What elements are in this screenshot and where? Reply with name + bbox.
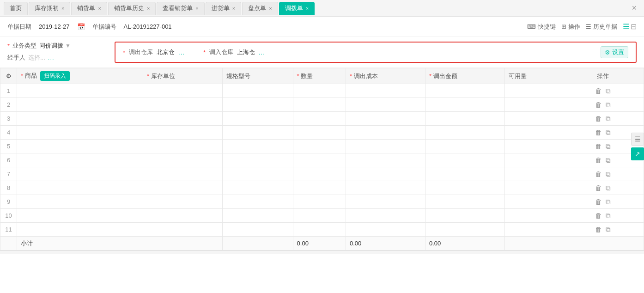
delete-icon[interactable]: 🗑 xyxy=(595,184,602,192)
cell-cost[interactable] xyxy=(346,209,425,223)
delete-icon[interactable]: 🗑 xyxy=(595,128,602,136)
cell-amount[interactable] xyxy=(425,84,504,98)
cell-spec[interactable] xyxy=(222,195,293,209)
cell-unit[interactable] xyxy=(143,126,222,140)
side-export-btn[interactable]: ↗ xyxy=(631,147,644,160)
copy-icon[interactable]: ⧉ xyxy=(606,170,611,178)
cell-cost[interactable] xyxy=(346,98,425,112)
tab-stocktake[interactable]: 盘点单 × xyxy=(242,2,278,15)
tab-close-icon[interactable]: × xyxy=(98,6,101,11)
in-warehouse-more-btn[interactable]: ... xyxy=(259,49,265,56)
delete-icon[interactable]: 🗑 xyxy=(595,115,602,122)
cell-product[interactable] xyxy=(17,140,143,153)
cell-product[interactable] xyxy=(17,209,143,223)
handler-placeholder[interactable]: 选择... xyxy=(28,54,45,62)
cell-product[interactable] xyxy=(17,195,143,209)
delete-icon[interactable]: 🗑 xyxy=(595,198,602,206)
cell-cost[interactable] xyxy=(346,153,425,167)
cell-available[interactable] xyxy=(504,126,562,140)
copy-icon[interactable]: ⧉ xyxy=(606,156,611,164)
cell-amount[interactable] xyxy=(425,195,504,209)
cell-product[interactable] xyxy=(17,84,143,98)
tab-inventory-init[interactable]: 库存期初 × xyxy=(29,2,70,15)
tab-close-icon[interactable]: × xyxy=(195,6,198,11)
settings-button[interactable]: ⚙ 设置 xyxy=(601,46,628,58)
tab-purchase[interactable]: 进货单 × xyxy=(206,2,241,15)
calendar-icon[interactable]: 📅 xyxy=(77,23,85,31)
cell-available[interactable] xyxy=(504,223,562,237)
tab-close-icon[interactable]: × xyxy=(306,6,309,11)
shortcut-btn[interactable]: ⌨ 快捷键 xyxy=(527,23,556,31)
cell-amount[interactable] xyxy=(425,223,504,237)
cell-product[interactable] xyxy=(17,112,143,126)
cell-amount[interactable] xyxy=(425,181,504,195)
cell-available[interactable] xyxy=(504,98,562,112)
handler-more-btn[interactable]: ... xyxy=(48,55,55,61)
list-view-icon[interactable]: ☰ xyxy=(623,22,629,31)
tab-close-icon[interactable]: × xyxy=(147,6,150,11)
cell-amount[interactable] xyxy=(425,209,504,223)
cell-qty[interactable] xyxy=(293,195,346,209)
cell-qty[interactable] xyxy=(293,98,346,112)
copy-icon[interactable]: ⧉ xyxy=(606,226,611,233)
cell-amount[interactable] xyxy=(425,140,504,153)
business-type-dropdown[interactable]: 同价调拨 ▼ xyxy=(39,42,71,50)
tab-sales-order[interactable]: 销货单 × xyxy=(71,2,107,15)
cell-available[interactable] xyxy=(504,209,562,223)
cell-product[interactable] xyxy=(17,153,143,167)
copy-icon[interactable]: ⧉ xyxy=(606,184,611,192)
cell-spec[interactable] xyxy=(222,153,293,167)
delete-icon[interactable]: 🗑 xyxy=(595,156,602,164)
col-gear[interactable]: ⚙ xyxy=(0,68,17,84)
delete-icon[interactable]: 🗑 xyxy=(595,101,602,109)
delete-icon[interactable]: 🗑 xyxy=(595,170,602,178)
copy-icon[interactable]: ⧉ xyxy=(606,115,611,122)
copy-icon[interactable]: ⧉ xyxy=(606,142,611,150)
cell-spec[interactable] xyxy=(222,112,293,126)
cell-spec[interactable] xyxy=(222,209,293,223)
cell-cost[interactable] xyxy=(346,126,425,140)
cell-available[interactable] xyxy=(504,112,562,126)
cell-available[interactable] xyxy=(504,181,562,195)
cell-unit[interactable] xyxy=(143,195,222,209)
scan-btn[interactable]: 扫码录入 xyxy=(40,71,70,81)
cell-spec[interactable] xyxy=(222,98,293,112)
cell-cost[interactable] xyxy=(346,140,425,153)
cell-cost[interactable] xyxy=(346,167,425,181)
cell-amount[interactable] xyxy=(425,167,504,181)
out-warehouse-more-btn[interactable]: ... xyxy=(178,49,185,56)
in-warehouse-value[interactable]: 上海仓 xyxy=(237,48,255,56)
cell-unit[interactable] xyxy=(143,223,222,237)
cell-product[interactable] xyxy=(17,223,143,237)
cell-cost[interactable] xyxy=(346,112,425,126)
cell-product[interactable] xyxy=(17,181,143,195)
bottom-scrollbar[interactable] xyxy=(0,250,644,254)
tab-sales-history[interactable]: 销货单历史 × xyxy=(108,2,156,15)
cell-cost[interactable] xyxy=(346,84,425,98)
cell-qty[interactable] xyxy=(293,223,346,237)
cell-product[interactable] xyxy=(17,98,143,112)
cell-unit[interactable] xyxy=(143,181,222,195)
cell-available[interactable] xyxy=(504,140,562,153)
cell-spec[interactable] xyxy=(222,181,293,195)
tab-close-icon[interactable]: × xyxy=(269,6,272,11)
cell-qty[interactable] xyxy=(293,84,346,98)
cell-cost[interactable] xyxy=(346,181,425,195)
cell-amount[interactable] xyxy=(425,126,504,140)
side-list-btn[interactable]: ☰ xyxy=(631,133,644,146)
cell-unit[interactable] xyxy=(143,98,222,112)
grid-view-icon[interactable]: ⊟ xyxy=(631,22,637,31)
ops-btn[interactable]: ⊞ 操作 xyxy=(561,23,580,31)
copy-icon[interactable]: ⧉ xyxy=(606,87,611,95)
delete-icon[interactable]: 🗑 xyxy=(595,212,602,220)
copy-icon[interactable]: ⧉ xyxy=(606,212,611,220)
copy-icon[interactable]: ⧉ xyxy=(606,128,611,136)
cell-spec[interactable] xyxy=(222,167,293,181)
delete-icon[interactable]: 🗑 xyxy=(595,142,602,150)
tab-view-sales[interactable]: 查看销货单 × xyxy=(157,2,204,15)
cell-qty[interactable] xyxy=(293,112,346,126)
cell-available[interactable] xyxy=(504,195,562,209)
cell-unit[interactable] xyxy=(143,140,222,153)
cell-qty[interactable] xyxy=(293,167,346,181)
out-warehouse-value[interactable]: 北京仓 xyxy=(157,48,175,56)
